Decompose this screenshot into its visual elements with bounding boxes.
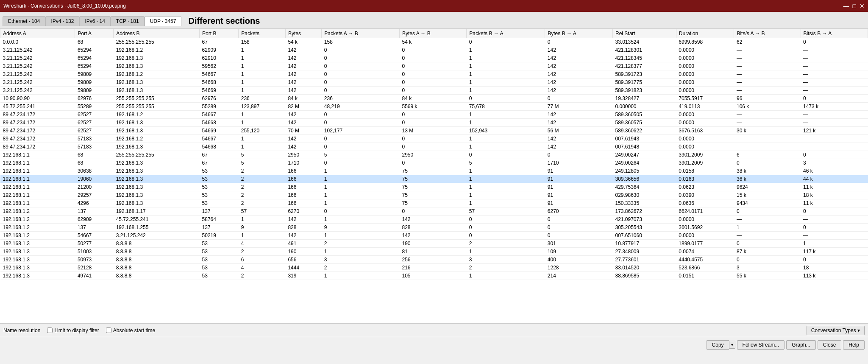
absolute-start-checkbox[interactable] bbox=[106, 328, 111, 333]
footer-buttons: Conversation Types ▾ bbox=[807, 326, 865, 335]
cell-19-12: 15 k bbox=[734, 191, 801, 199]
table-row[interactable]: 3.21.125.24259809192.168.1.3546681142001… bbox=[0, 78, 868, 87]
cell-28-7: 216 bbox=[399, 264, 466, 272]
table-row[interactable]: 192.168.1.2137192.168.1.1713757627000576… bbox=[0, 207, 868, 216]
help-button[interactable]: Help bbox=[843, 340, 865, 350]
cell-16-6: 1 bbox=[322, 167, 400, 175]
cell-0-7: 54 k bbox=[399, 38, 466, 46]
cell-19-7: 75 bbox=[399, 191, 466, 199]
table-row[interactable]: 45.72.255.24155289255.255.255.2555528912… bbox=[0, 103, 868, 111]
absolute-start-checkbox-group[interactable]: Absolute start time bbox=[106, 328, 155, 333]
cell-4-8: 1 bbox=[467, 70, 545, 78]
col-duration[interactable]: Duration bbox=[676, 29, 734, 38]
copy-dropdown-button[interactable]: ▾ bbox=[729, 341, 735, 349]
cell-26-11: 0.0074 bbox=[676, 248, 734, 256]
minimize-button[interactable]: — bbox=[843, 3, 849, 9]
cell-20-10: 150.33335 bbox=[612, 199, 676, 207]
col-bytes[interactable]: Bytes bbox=[285, 29, 321, 38]
col-rel-start[interactable]: Rel Start bbox=[612, 29, 676, 38]
cell-4-11: 0.0000 bbox=[676, 70, 734, 78]
col-address-b[interactable]: Address B bbox=[114, 29, 200, 38]
cell-10-10: 589.360575 bbox=[612, 119, 676, 127]
table-row[interactable]: 3.21.125.24265294192.168.1.3629101142001… bbox=[0, 54, 868, 62]
table-row[interactable]: 192.168.1.2137192.168.1.2551379828982800… bbox=[0, 224, 868, 232]
col-port-b[interactable]: Port B bbox=[200, 29, 239, 38]
cell-9-10: 589.360505 bbox=[612, 111, 676, 119]
col-packets-a-b[interactable]: Packets A → B bbox=[322, 29, 400, 38]
table-row[interactable]: 192.168.1.3510038.8.8.8532190181110927.3… bbox=[0, 248, 868, 256]
close-button[interactable]: Close bbox=[818, 340, 842, 350]
table-row[interactable]: 192.168.1.2546673.21.125.242502191142114… bbox=[0, 232, 868, 240]
table-row[interactable]: 89.47.234.17262527192.168.1.354669255,12… bbox=[0, 127, 868, 135]
maximize-button[interactable]: □ bbox=[853, 3, 856, 9]
cell-20-0: 192.168.1.1 bbox=[0, 199, 75, 207]
tab-ethernet[interactable]: Ethernet · 104 bbox=[3, 16, 45, 26]
col-port-a[interactable]: Port A bbox=[75, 29, 114, 38]
table-row[interactable]: 192.168.1.3509738.8.8.85366563256340027.… bbox=[0, 256, 868, 264]
follow-stream-button[interactable]: Follow Stream... bbox=[737, 340, 785, 350]
cell-11-10: 589.360622 bbox=[612, 127, 676, 135]
col-packets-b-a[interactable]: Packets B → A bbox=[467, 29, 545, 38]
table-row[interactable]: 192.168.1.119060192.168.1.35321661751913… bbox=[0, 175, 868, 183]
cell-22-11: 0.0000 bbox=[676, 216, 734, 224]
cell-1-12: — bbox=[734, 46, 801, 54]
limit-display-checkbox-group[interactable]: Limit to display filter bbox=[47, 328, 99, 333]
tab-ipv6[interactable]: IPv6 · 14 bbox=[79, 16, 110, 26]
cell-3-13: — bbox=[801, 62, 868, 70]
table-row[interactable]: 192.168.1.3521288.8.8.853414442216212283… bbox=[0, 264, 868, 272]
table-row[interactable]: 3.21.125.24265294192.168.1.2629091142001… bbox=[0, 46, 868, 54]
cell-12-2: 192.168.1.2 bbox=[114, 135, 200, 143]
col-bits-b-a[interactable]: Bits/s B → A bbox=[801, 29, 868, 38]
table-row[interactable]: 0.0.0.068255.255.255.2556715854 k15854 k… bbox=[0, 38, 868, 46]
name-resolution-checkbox-group[interactable]: Name resolution bbox=[3, 328, 40, 333]
cell-6-9: 142 bbox=[545, 87, 613, 95]
col-bytes-b-a[interactable]: Bytes B → A bbox=[545, 29, 613, 38]
cell-25-5: 491 bbox=[285, 240, 321, 248]
tab-tcp[interactable]: TCP · 181 bbox=[111, 16, 145, 26]
limit-display-checkbox[interactable] bbox=[47, 328, 53, 333]
table-row[interactable]: 89.47.234.17257183192.168.1.354668114200… bbox=[0, 143, 868, 151]
col-packets[interactable]: Packets bbox=[239, 29, 286, 38]
conversation-types-button[interactable]: Conversation Types ▾ bbox=[807, 326, 865, 335]
table-row[interactable]: 10.90.90.9062976255.255.255.255629762368… bbox=[0, 95, 868, 103]
cell-5-3: 54668 bbox=[200, 78, 239, 87]
col-bytes-a-b[interactable]: Bytes A → B bbox=[399, 29, 466, 38]
tab-udp[interactable]: UDP · 3457 bbox=[145, 16, 182, 26]
cell-2-8: 1 bbox=[467, 54, 545, 62]
table-row[interactable]: 3.21.125.24265294192.168.1.3595621142001… bbox=[0, 62, 868, 70]
cell-1-0: 3.21.125.242 bbox=[0, 46, 75, 54]
cell-20-13: 11 k bbox=[801, 199, 868, 207]
table-row[interactable]: 192.168.1.121200192.168.1.35321661751914… bbox=[0, 183, 868, 191]
copy-button[interactable]: Copy bbox=[707, 340, 729, 350]
table-row[interactable]: 89.47.234.17262527192.168.1.254667114200… bbox=[0, 111, 868, 119]
cell-11-2: 192.168.1.3 bbox=[114, 127, 200, 135]
table-row[interactable]: 192.168.1.14296192.168.1.353216617519115… bbox=[0, 199, 868, 207]
close-button[interactable]: ✕ bbox=[860, 3, 865, 9]
tab-ipv4[interactable]: IPv4 · 132 bbox=[45, 16, 79, 26]
table-row[interactable]: 89.47.234.17257183192.168.1.254667114200… bbox=[0, 135, 868, 143]
col-address-a[interactable]: Address A bbox=[0, 29, 75, 38]
table-row[interactable]: 89.47.234.17262527192.168.1.354668114200… bbox=[0, 119, 868, 127]
table-row[interactable]: 192.168.1.129257192.168.1.35321661751910… bbox=[0, 191, 868, 199]
cell-14-9: 0 bbox=[545, 151, 613, 159]
table-row[interactable]: 192.168.1.26290945.72.255.24158764114211… bbox=[0, 216, 868, 224]
cell-16-12: 38 k bbox=[734, 167, 801, 175]
graph-button[interactable]: Graph... bbox=[786, 340, 815, 350]
table-row[interactable]: 192.168.1.3497418.8.8.85323191105121438.… bbox=[0, 272, 868, 280]
table-row[interactable]: 192.168.1.3502778.8.8.85344912190230110.… bbox=[0, 240, 868, 248]
table-row[interactable]: 3.21.125.24259809192.168.1.3546691142001… bbox=[0, 87, 868, 95]
cell-10-0: 89.47.234.172 bbox=[0, 119, 75, 127]
table-row[interactable]: 192.168.1.168255.255.255.255675295052950… bbox=[0, 151, 868, 159]
col-bits-a-b[interactable]: Bits/s A → B bbox=[734, 29, 801, 38]
cell-17-0: 192.168.1.1 bbox=[0, 175, 75, 183]
cell-3-7: 0 bbox=[399, 62, 466, 70]
table-row[interactable]: 3.21.125.24259809192.168.1.2546671142001… bbox=[0, 70, 868, 78]
table-row[interactable]: 192.168.1.168192.168.1.36751710005171024… bbox=[0, 159, 868, 167]
table-row[interactable]: 192.168.1.130638192.168.1.35321661751912… bbox=[0, 167, 868, 175]
cell-27-1: 50973 bbox=[75, 256, 114, 264]
conversations-table-container[interactable]: Address A Port A Address B Port B Packet… bbox=[0, 29, 868, 323]
cell-0-0: 0.0.0.0 bbox=[0, 38, 75, 46]
cell-7-10: 19.328427 bbox=[612, 95, 676, 103]
cell-3-2: 192.168.1.3 bbox=[114, 62, 200, 70]
cell-19-11: 0.0390 bbox=[676, 191, 734, 199]
